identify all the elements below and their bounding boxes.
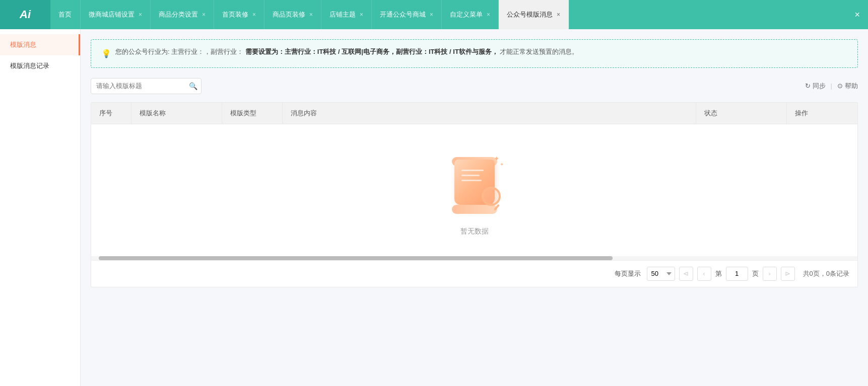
scroll-bottom (452, 205, 497, 214)
page-size-label: 每页显示 (615, 269, 641, 278)
sidebar: 模版消息模版消息记录 (0, 29, 81, 386)
th-action: 操作 (787, 103, 857, 124)
search-bar: 🔍 ↻ 同步 | ⊙ 帮助 (91, 78, 858, 94)
notice-highlight: 需要设置为：主营行业：IT科技 / 互联网|电子商务，副营行业：IT科技 / I… (245, 48, 498, 55)
main-content: 💡 您的公众号行业为: 主营行业：，副营行业： 需要设置为：主营行业：IT科技 … (81, 29, 868, 386)
close-all-button[interactable]: × (846, 10, 868, 20)
page-label-before: 第 (715, 269, 722, 278)
tab-close-theme[interactable]: × (360, 11, 363, 18)
help-icon: ⊙ (837, 82, 843, 90)
prev-page-button[interactable]: ‹ (697, 267, 711, 281)
search-input-wrap: 🔍 (91, 78, 202, 94)
th-index: 序号 (91, 103, 131, 124)
page-size-select[interactable]: 102050100 (647, 267, 675, 281)
nav-tab-homepage[interactable]: 首页装修× (214, 0, 264, 29)
search-input[interactable] (91, 78, 202, 94)
notice-text: 您的公众号行业为: 主营行业：，副营行业： 需要设置为：主营行业：IT科技 / … (115, 47, 578, 57)
empty-state: ✦ ✦ 暂无数据 (91, 124, 857, 256)
h-scrollbar-thumb[interactable] (99, 256, 613, 260)
nav-tab-weishop[interactable]: 微商城店铺设置× (81, 0, 151, 29)
sync-label: 同步 (813, 82, 826, 91)
search-left: 🔍 (91, 78, 202, 94)
empty-text: 暂无数据 (460, 227, 489, 236)
search-icon[interactable]: 🔍 (189, 82, 197, 90)
nav-tab-templateMsg[interactable]: 公众号模版消息× (499, 0, 569, 29)
tab-close-templateMsg[interactable]: × (557, 11, 560, 18)
pagination: 每页显示 102050100 ⊲ ‹ 第 页 › ⊳ 共0页，0条记录 (91, 260, 857, 287)
tab-close-weishop[interactable]: × (139, 11, 142, 18)
notice-prefix: 您的公众号行业为: 主营行业：，副营行业： (115, 48, 243, 55)
last-page-button[interactable]: ⊳ (781, 267, 795, 281)
nav-tab-home[interactable]: 首页 (50, 0, 81, 29)
top-nav: Ai 首页微商城店铺设置×商品分类设置×首页装修×商品页装修×店铺主题×开通公众… (0, 0, 868, 29)
empty-illustration: ✦ ✦ (444, 155, 505, 215)
notice-suffix: 才能正常发送预置的消息。 (500, 48, 578, 55)
notice-box: 💡 您的公众号行业为: 主营行业：，副营行业： 需要设置为：主营行业：IT科技 … (91, 39, 858, 68)
table-wrap: 序号模版名称模版类型消息内容状态操作 ✦ (91, 102, 858, 287)
nav-tab-product[interactable]: 商品页装修× (264, 0, 321, 29)
sidebar-item-record[interactable]: 模版消息记录 (0, 55, 80, 76)
search-right: ↻ 同步 | ⊙ 帮助 (805, 82, 858, 91)
tab-close-product[interactable]: × (309, 11, 313, 18)
nav-tab-custommenu[interactable]: 自定义菜单× (442, 0, 499, 29)
th-name: 模版名称 (131, 103, 222, 124)
notice-icon: 💡 (101, 47, 111, 60)
nav-tab-category[interactable]: 商品分类设置× (151, 0, 214, 29)
page-input[interactable] (726, 267, 748, 281)
nav-tab-wechatshop[interactable]: 开通公众号商城× (372, 0, 442, 29)
h-scrollbar[interactable] (91, 256, 857, 260)
sync-button[interactable]: ↻ 同步 (805, 82, 826, 91)
th-content: 消息内容 (283, 103, 696, 124)
first-page-button[interactable]: ⊲ (679, 267, 693, 281)
tab-close-category[interactable]: × (202, 11, 206, 18)
sidebar-item-template[interactable]: 模版消息 (0, 34, 80, 55)
app-logo: Ai (0, 0, 50, 29)
th-status: 状态 (696, 103, 787, 124)
nav-tab-theme[interactable]: 店铺主题× (321, 0, 372, 29)
total-info: 共0页，0条记录 (803, 269, 849, 278)
page-label-after: 页 (752, 269, 759, 278)
divider: | (831, 82, 832, 90)
tab-close-homepage[interactable]: × (252, 11, 256, 18)
sync-icon: ↻ (805, 82, 811, 90)
table-header: 序号模版名称模版类型消息内容状态操作 (91, 103, 857, 124)
th-type: 模版类型 (222, 103, 283, 124)
help-button[interactable]: ⊙ 帮助 (837, 82, 858, 91)
main-layout: 模版消息模版消息记录 💡 您的公众号行业为: 主营行业：，副营行业： 需要设置为… (0, 29, 868, 386)
next-page-button[interactable]: › (763, 267, 777, 281)
tab-close-custommenu[interactable]: × (487, 11, 490, 18)
tab-close-wechatshop[interactable]: × (430, 11, 433, 18)
magnifier-icon (482, 187, 501, 206)
nav-tabs: 首页微商城店铺设置×商品分类设置×首页装修×商品页装修×店铺主题×开通公众号商城… (50, 0, 846, 29)
help-label: 帮助 (845, 82, 858, 91)
